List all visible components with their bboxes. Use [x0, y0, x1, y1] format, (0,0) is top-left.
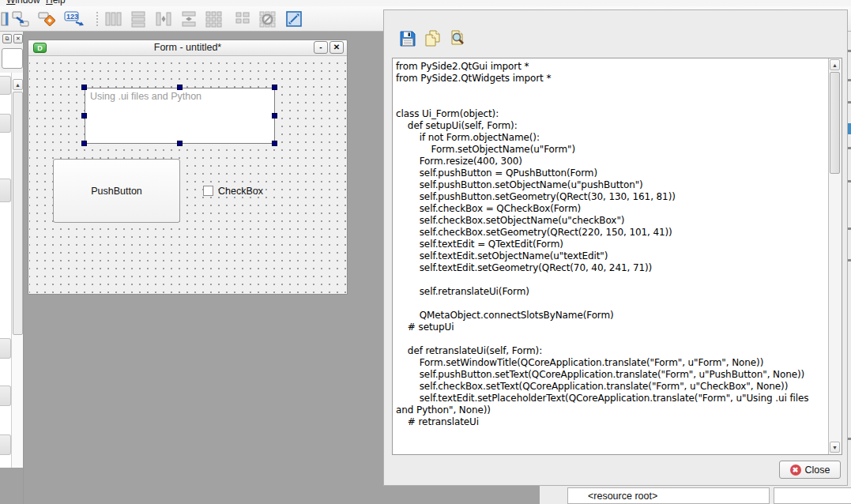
- lay-out-vertically-icon[interactable]: [129, 9, 148, 28]
- close-button[interactable]: ✖ Close: [779, 461, 841, 479]
- toolbar-separator: [96, 12, 98, 26]
- resource-browser-panel: <resource root>: [567, 487, 770, 504]
- pushbutton-widget[interactable]: PushButton: [53, 159, 180, 223]
- scroll-up-icon[interactable]: ▲: [830, 59, 840, 70]
- widget-box-category[interactable]: [0, 114, 11, 133]
- edit-widgets-icon[interactable]: [0, 9, 9, 28]
- adjust-size-icon[interactable]: [284, 9, 303, 28]
- generated-code-text[interactable]: from PySide2.QtGui import * from PySide2…: [393, 58, 828, 454]
- code-scrollbar[interactable]: ▲ ▼: [828, 58, 842, 454]
- cutoff-row-mark: [848, 147, 851, 149]
- widget-box-category[interactable]: [0, 76, 11, 95]
- code-panel: from PySide2.QtGui import * from PySide2…: [392, 58, 842, 455]
- widget-box-list[interactable]: [0, 73, 11, 468]
- close-icon[interactable]: ✕: [329, 41, 344, 54]
- cutoff-row-mark: [848, 228, 851, 230]
- lay-out-form-icon[interactable]: [233, 9, 252, 28]
- selection-handle[interactable]: [81, 113, 87, 118]
- qt-designer-window: Window Help 123: [0, 0, 851, 504]
- selection-handle[interactable]: [81, 141, 87, 146]
- widget-box-scrollbar[interactable]: ▲: [11, 73, 23, 468]
- form-titlebar[interactable]: D Form - untitled* - ✕: [28, 40, 347, 56]
- lay-out-horizontally-icon[interactable]: [104, 9, 122, 28]
- widget-box-category[interactable]: [0, 434, 11, 455]
- menu-help[interactable]: Help: [46, 0, 66, 6]
- svg-text:123: 123: [66, 13, 78, 21]
- resource-root-item[interactable]: <resource root>: [588, 491, 657, 502]
- checkbox-box[interactable]: [203, 186, 213, 196]
- selection-handle[interactable]: [81, 85, 87, 90]
- scroll-down-icon[interactable]: ▼: [830, 442, 840, 453]
- dock-float-icon[interactable]: ⧉: [2, 34, 12, 43]
- widget-box-category[interactable]: [0, 338, 11, 359]
- close-button-icon: ✖: [790, 465, 801, 476]
- menu-bar: Window Help: [0, 0, 851, 6]
- selection-handle[interactable]: [272, 113, 277, 118]
- widget-box-dock: ⧉ ✕ ▲: [0, 32, 24, 504]
- cutoff-row-mark: [848, 50, 851, 52]
- resource-preview-panel: [774, 487, 851, 504]
- copy-icon[interactable]: [424, 30, 442, 49]
- cutoff-row-mark: [848, 79, 851, 81]
- bottom-dock-strip: <resource root>: [540, 486, 851, 504]
- selection-handle[interactable]: [272, 85, 277, 90]
- form-window-title: Form - untitled*: [28, 42, 347, 53]
- edit-buddies-icon[interactable]: [38, 9, 57, 28]
- edit-tab-order-icon[interactable]: 123: [63, 9, 87, 28]
- form-canvas[interactable]: Using .ui files and Python PushButton Ch…: [29, 56, 347, 294]
- cutoff-row-mark: [848, 180, 851, 182]
- cutoff-row-mark: [848, 438, 851, 440]
- lay-out-grid-icon[interactable]: [204, 9, 223, 28]
- widget-filter-input[interactable]: [2, 48, 23, 69]
- selection-handle[interactable]: [177, 85, 183, 90]
- scrollbar-thumb[interactable]: [13, 92, 23, 335]
- form-editor-window: D Form - untitled* - ✕ Using .ui files a…: [28, 39, 348, 295]
- textedit-widget[interactable]: Using .ui files and Python: [85, 88, 275, 144]
- close-button-label: Close: [805, 465, 830, 476]
- lay-out-vertical-splitter-icon[interactable]: [179, 9, 198, 28]
- widget-box-category[interactable]: [0, 386, 11, 406]
- lay-out-horizontal-splitter-icon[interactable]: [154, 9, 173, 28]
- edit-signals-slots-icon[interactable]: [11, 9, 30, 28]
- find-icon[interactable]: [449, 30, 468, 49]
- save-icon[interactable]: [399, 30, 418, 49]
- selection-handle[interactable]: [177, 141, 183, 146]
- checkbox-widget[interactable]: CheckBox: [203, 175, 283, 207]
- cutoff-selected-row-mark: [848, 123, 851, 134]
- view-code-dialog: from PySide2.QtGui import * from PySide2…: [383, 9, 848, 486]
- menu-window[interactable]: Window: [6, 0, 40, 6]
- dock-cutoff-area: [0, 468, 23, 504]
- cutoff-row-mark: [848, 259, 851, 261]
- minimize-icon[interactable]: -: [314, 41, 328, 54]
- widget-box-category[interactable]: [0, 179, 11, 202]
- selection-handle[interactable]: [272, 141, 277, 146]
- scrollbar-thumb[interactable]: [830, 72, 840, 174]
- dock-close-icon[interactable]: ✕: [13, 34, 23, 43]
- checkbox-label: CheckBox: [218, 186, 263, 197]
- scroll-up-icon[interactable]: ▲: [13, 79, 23, 90]
- break-layout-icon[interactable]: [258, 9, 277, 28]
- cutoff-row-mark: [848, 101, 851, 103]
